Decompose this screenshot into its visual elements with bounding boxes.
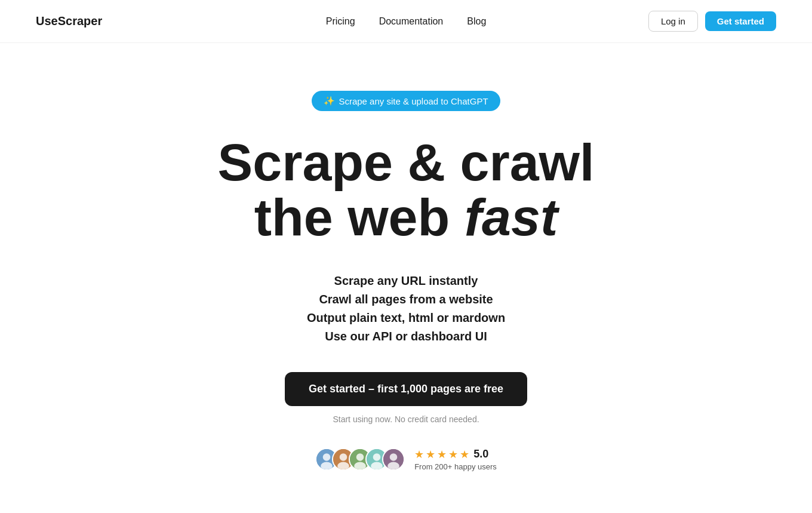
nav-documentation[interactable]: Documentation <box>379 16 444 27</box>
hero-section: ✨ Scrape any site & upload to ChatGPT Sc… <box>0 43 812 507</box>
hero-badge[interactable]: ✨ Scrape any site & upload to ChatGPT <box>312 91 500 111</box>
rating-block: ★ ★ ★ ★ ★ 5.0 From 200+ happy users <box>414 448 497 471</box>
navbar: UseScraper Pricing Documentation Blog Lo… <box>0 0 812 43</box>
feature-4: Use our API or dashboard UI <box>307 330 505 343</box>
star-1: ★ <box>414 448 424 461</box>
svg-point-2 <box>321 462 333 471</box>
svg-point-13 <box>390 453 398 461</box>
cta-note: Start using now. No credit card needed. <box>333 414 479 424</box>
rating-score: 5.0 <box>473 448 488 460</box>
cta-button[interactable]: Get started – first 1,000 pages are free <box>285 372 527 406</box>
svg-point-8 <box>354 462 366 471</box>
feature-3: Output plain text, html or mardown <box>307 311 505 325</box>
hero-title-line1: Scrape & crawl <box>218 133 595 192</box>
avatar-5 <box>382 448 405 471</box>
get-started-nav-button[interactable]: Get started <box>705 11 776 31</box>
svg-point-4 <box>340 453 347 461</box>
nav-blog[interactable]: Blog <box>467 16 486 27</box>
star-4: ★ <box>448 448 458 461</box>
nav-pricing[interactable]: Pricing <box>326 16 355 27</box>
star-2: ★ <box>426 448 435 461</box>
stars-row: ★ ★ ★ ★ ★ 5.0 <box>414 448 497 461</box>
hero-title-line2: the web <box>254 188 465 247</box>
navbar-actions: Log in Get started <box>648 11 776 32</box>
badge-icon: ✨ <box>324 96 335 106</box>
avatars <box>315 448 405 471</box>
svg-point-7 <box>356 453 364 461</box>
svg-point-1 <box>323 453 331 461</box>
social-proof: ★ ★ ★ ★ ★ 5.0 From 200+ happy users <box>315 448 497 471</box>
star-5: ★ <box>460 448 469 461</box>
hero-title: Scrape & crawl the web fast <box>218 135 595 245</box>
badge-text: Scrape any site & upload to ChatGPT <box>339 96 488 106</box>
nav-links: Pricing Documentation Blog <box>326 16 487 27</box>
star-3: ★ <box>437 448 447 461</box>
feature-1: Scrape any URL instantly <box>307 274 505 288</box>
svg-point-10 <box>373 453 381 461</box>
hero-features: Scrape any URL instantly Crawl all pages… <box>307 274 505 343</box>
svg-point-5 <box>337 462 349 471</box>
hero-title-italic: fast <box>465 188 558 247</box>
login-button[interactable]: Log in <box>648 11 698 32</box>
rating-label: From 200+ happy users <box>414 462 497 471</box>
svg-point-14 <box>387 462 399 471</box>
svg-point-11 <box>371 462 383 471</box>
feature-2: Crawl all pages from a website <box>307 293 505 306</box>
logo[interactable]: UseScraper <box>36 14 102 28</box>
